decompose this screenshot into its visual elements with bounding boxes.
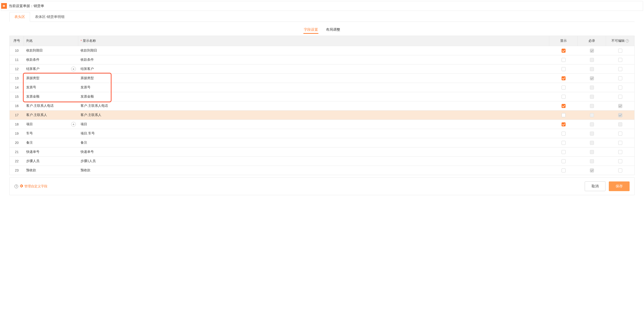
show-checkbox[interactable] <box>562 95 566 99</box>
page-title: 当前设置单据：销货单 <box>9 4 44 8</box>
cell-display-name[interactable]: 收款条件 <box>78 55 549 64</box>
plus-icon[interactable]: + <box>71 66 76 71</box>
show-checkbox[interactable] <box>562 86 566 90</box>
cell-noedit <box>606 120 634 129</box>
required-checkbox <box>590 104 594 108</box>
noedit-checkbox[interactable] <box>618 95 622 99</box>
cell-column-name: 客户.主联系人电话 <box>24 101 78 110</box>
cell-noedit <box>606 83 634 92</box>
question-icon[interactable]: ? <box>14 184 18 188</box>
cell-display-name[interactable]: 客户.主联系人 <box>78 110 549 120</box>
required-checkbox <box>590 86 594 90</box>
noedit-checkbox[interactable] <box>618 168 622 172</box>
cell-required <box>578 74 606 83</box>
show-checkbox[interactable] <box>562 76 566 80</box>
cell-noedit <box>606 101 634 110</box>
noedit-checkbox[interactable] <box>618 58 622 62</box>
noedit-checkbox <box>618 104 622 108</box>
cell-required <box>578 148 606 156</box>
table-row[interactable]: 18项目+项目 <box>10 120 634 129</box>
sub-tab-layout[interactable]: 布局调整 <box>326 26 341 33</box>
show-checkbox[interactable] <box>562 67 566 71</box>
plus-icon[interactable]: + <box>71 122 76 127</box>
footer-right: 取消 保存 <box>585 182 630 191</box>
tab-header-area[interactable]: 表头区 <box>10 12 30 22</box>
noedit-checkbox[interactable] <box>618 132 622 136</box>
show-checkbox[interactable] <box>562 49 566 53</box>
collapse-toggle[interactable] <box>1 3 7 9</box>
noedit-checkbox <box>618 122 622 126</box>
noedit-checkbox[interactable] <box>618 76 622 80</box>
cell-noedit <box>606 74 634 83</box>
cell-required <box>578 83 606 92</box>
manage-custom-fields-link[interactable]: 管理自定义字段 <box>24 184 48 188</box>
col-header-noedit: 不可编辑? <box>606 36 634 46</box>
cell-show <box>549 138 578 147</box>
noedit-checkbox[interactable] <box>618 67 622 71</box>
table-row[interactable]: 11收款条件收款条件 <box>10 55 634 64</box>
table-row[interactable]: 15发票金额发票金额 <box>10 92 634 101</box>
cell-seq: 19 <box>10 129 24 138</box>
cell-display-name[interactable]: 客户.主联系人电话 <box>78 101 549 110</box>
cell-required <box>578 110 606 120</box>
cell-seq: 20 <box>10 138 24 147</box>
cell-show <box>549 92 578 101</box>
table-row[interactable]: 23预收款预收款 <box>10 166 634 175</box>
cell-column-name: 快递单号 <box>24 148 78 156</box>
cell-noedit <box>606 157 634 166</box>
cell-show <box>549 83 578 92</box>
field-table: 序号 列名 *显示名称 显示 必录 不可编辑? 10收款到期日收款到期日11收款… <box>10 36 634 175</box>
save-button[interactable]: 保存 <box>609 182 630 191</box>
show-checkbox[interactable] <box>562 150 566 154</box>
required-checkbox <box>590 141 594 145</box>
noedit-checkbox[interactable] <box>618 86 622 90</box>
cell-show <box>549 120 578 129</box>
cell-display-name[interactable]: 发票号 <box>78 83 549 92</box>
cell-display-name[interactable]: 步骤1人员 <box>78 157 549 166</box>
table-row[interactable]: 20备注备注 <box>10 138 634 148</box>
table-row[interactable]: 21快递单号快递单号 <box>10 148 634 157</box>
table-row[interactable]: 14发票号发票号 <box>10 83 634 92</box>
cell-display-name[interactable]: 结算客户 <box>78 64 549 74</box>
cell-noedit <box>606 55 634 64</box>
table-row[interactable]: 19车号项目.车号 <box>10 129 634 138</box>
show-checkbox[interactable] <box>562 132 566 136</box>
show-checkbox[interactable] <box>562 122 566 126</box>
table-header: 序号 列名 *显示名称 显示 必录 不可编辑? <box>10 36 634 46</box>
cell-column-name: 发票金额 <box>24 92 78 101</box>
table-row[interactable]: 10收款到期日收款到期日 <box>10 46 634 55</box>
col-header-name: 列名 <box>24 36 78 46</box>
table-row[interactable]: 12结算客户+结算客户 <box>10 64 634 74</box>
show-checkbox[interactable] <box>562 168 566 172</box>
show-checkbox[interactable] <box>562 159 566 163</box>
cell-display-name[interactable]: 发票金额 <box>78 92 549 101</box>
cell-show <box>549 129 578 138</box>
help-icon[interactable]: ? <box>626 39 629 42</box>
show-checkbox[interactable] <box>562 58 566 62</box>
cell-display-name[interactable]: 备注 <box>78 138 549 147</box>
table-row[interactable]: 13票据类型票据类型 <box>10 74 634 83</box>
tab-body-area[interactable]: 表体区-销货单明细 <box>30 12 70 22</box>
table-row[interactable]: 16客户.主联系人电话客户.主联系人电话 <box>10 101 634 110</box>
noedit-checkbox[interactable] <box>618 150 622 154</box>
cell-display-name[interactable]: 项目 <box>78 120 549 129</box>
noedit-checkbox[interactable] <box>618 49 622 53</box>
show-checkbox[interactable] <box>562 141 566 145</box>
cell-display-name[interactable]: 预收款 <box>78 166 549 175</box>
cell-display-name[interactable]: 项目.车号 <box>78 129 549 138</box>
table-row[interactable]: 17客户.主联系人客户.主联系人 <box>10 110 634 120</box>
cell-display-name[interactable]: 快递单号 <box>78 148 549 156</box>
cell-column-name: 客户.主联系人 <box>24 110 78 120</box>
noedit-checkbox[interactable] <box>618 159 622 163</box>
col-header-display: *显示名称 <box>78 36 549 46</box>
cancel-button[interactable]: 取消 <box>585 182 606 191</box>
show-checkbox[interactable] <box>562 113 566 117</box>
cell-seq: 10 <box>10 46 24 55</box>
col-header-required: 必录 <box>578 36 606 46</box>
show-checkbox[interactable] <box>562 104 566 108</box>
table-row[interactable]: 22步骤人员步骤1人员 <box>10 157 634 166</box>
cell-display-name[interactable]: 票据类型 <box>78 74 549 83</box>
noedit-checkbox[interactable] <box>618 141 622 145</box>
sub-tab-field-settings[interactable]: 字段设置 <box>303 26 318 33</box>
cell-display-name[interactable]: 收款到期日 <box>78 46 549 55</box>
